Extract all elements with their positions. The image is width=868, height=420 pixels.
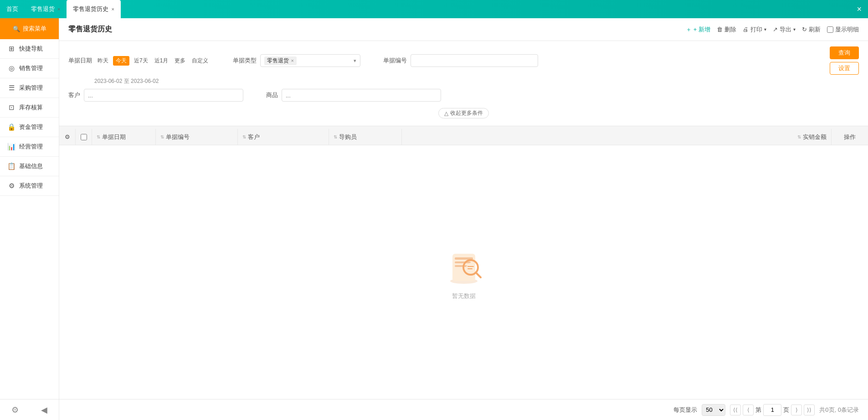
show-detail-checkbox[interactable]	[827, 26, 833, 33]
settings-bottom-icon[interactable]: ⚙	[11, 405, 19, 415]
prev-page-button[interactable]: ⟨	[743, 405, 754, 415]
customer-sort-icon[interactable]: ⇅	[242, 134, 246, 139]
doc-no-filter: 单据编号	[383, 54, 538, 67]
date-btn-1month[interactable]: 近1月	[153, 56, 170, 65]
page-label: 第	[755, 406, 761, 414]
doc-type-tag: 零售退货 ×	[264, 56, 296, 65]
collapse-button[interactable]: △ 收起更多条件	[438, 108, 489, 118]
th-amount: ⇅ 实销金额	[402, 129, 832, 145]
date-btn-today[interactable]: 今天	[113, 56, 129, 66]
export-icon: ↗	[773, 26, 778, 33]
top-bar-right: ×	[857, 5, 868, 14]
doc-type-filter: 单据类型 零售退货 × ▾	[233, 54, 360, 67]
delete-label: 删除	[724, 26, 736, 34]
page-unit: 页	[783, 406, 789, 414]
print-icon: 🖨	[743, 26, 749, 33]
next-page-button[interactable]: ⟩	[791, 405, 802, 415]
th-customer-label: 客户	[248, 133, 260, 141]
guide-sort-icon[interactable]: ⇅	[334, 134, 337, 139]
filter-settings-button[interactable]: 设置	[830, 62, 859, 75]
th-date-label: 单据日期	[102, 133, 126, 141]
tab-home[interactable]: 首页	[0, 0, 25, 18]
customer-input[interactable]	[84, 89, 243, 102]
tab-retail-return-close[interactable]: ×	[57, 6, 60, 12]
page-number-input[interactable]	[763, 404, 781, 416]
sidebar-bottom: ⚙ ◀	[0, 399, 59, 420]
tab-retail-return-label: 零售退货	[31, 5, 55, 13]
svg-rect-3	[455, 261, 471, 263]
search-icon: 🔍	[13, 26, 20, 32]
th-gear[interactable]: ⚙	[59, 129, 76, 145]
sidebar-item-sales-mgmt[interactable]: ◎ 销售管理	[0, 59, 59, 78]
doc-type-tag-close[interactable]: ×	[291, 58, 293, 63]
goods-label: 商品	[266, 91, 278, 99]
sidebar-item-finance-label: 资金管理	[19, 123, 43, 131]
tab-home-label: 首页	[6, 5, 18, 13]
new-button[interactable]: ＋ + 新增	[686, 26, 710, 34]
order-sort-icon[interactable]: ⇅	[160, 134, 164, 139]
sidebar-item-operations-mgmt[interactable]: 📊 经营管理	[0, 137, 59, 157]
doc-no-label: 单据编号	[383, 56, 407, 65]
export-chevron-icon: ▾	[793, 27, 796, 32]
amount-sort-icon[interactable]: ⇅	[797, 134, 801, 139]
per-page-select[interactable]: 10 20 50 100	[702, 404, 725, 416]
date-range-text: 2023-06-02 至 2023-06-02	[94, 78, 159, 84]
date-filter: 单据日期 昨天 今天 近7天 近1月 更多 自定义	[68, 56, 210, 66]
collapse-sidebar-icon[interactable]: ◀	[41, 405, 47, 415]
goods-filter: 商品	[266, 89, 441, 102]
date-btn-more[interactable]: 更多	[173, 56, 187, 65]
purchase-icon: ☰	[7, 84, 15, 92]
th-checkbox[interactable]	[76, 129, 92, 145]
date-btn-custom[interactable]: 自定义	[190, 56, 210, 65]
sales-icon: ◎	[7, 64, 15, 72]
close-window-icon[interactable]: ×	[857, 5, 862, 14]
th-order-no-label: 单据编号	[166, 133, 190, 141]
refresh-label: 刷新	[809, 26, 821, 34]
query-button[interactable]: 查询	[830, 46, 859, 59]
last-page-button[interactable]: ⟩⟩	[804, 405, 815, 415]
customer-filter: 客户	[68, 89, 243, 102]
collapse-label: 收起更多条件	[450, 109, 483, 117]
th-amount-label: 实销金额	[803, 133, 827, 141]
print-button[interactable]: 🖨 打印 ▾	[743, 26, 766, 34]
toolbar: ＋ + 新增 🗑 删除 🖨 打印 ▾ ↗ 导出 ▾	[686, 26, 859, 34]
goods-input[interactable]	[282, 89, 441, 102]
th-operation-label: 操作	[844, 133, 856, 141]
sidebar-item-system-label: 系统管理	[19, 182, 43, 190]
empty-state: 暂无数据	[59, 145, 868, 399]
date-btn-7days[interactable]: 近7天	[132, 56, 150, 65]
sidebar-item-system-mgmt[interactable]: ⚙ 系统管理	[0, 176, 59, 196]
doc-type-selector[interactable]: 零售退货 × ▾	[260, 54, 360, 67]
empty-icon	[441, 245, 487, 286]
basic-info-icon: 📋	[7, 162, 15, 170]
doc-type-value: 零售退货	[267, 57, 289, 65]
top-bar: 首页 零售退货 × 零售退货历史 × ×	[0, 0, 868, 18]
sidebar-item-quick-nav[interactable]: ⊞ 快捷导航	[0, 39, 59, 59]
first-page-button[interactable]: ⟨⟨	[730, 405, 741, 415]
tab-retail-return-history[interactable]: 零售退货历史 ×	[67, 0, 120, 18]
refresh-button[interactable]: ↻ 刷新	[802, 26, 821, 34]
operations-icon: 📊	[7, 143, 15, 151]
filter-area: 单据日期 昨天 今天 近7天 近1月 更多 自定义 单据类型	[59, 41, 868, 126]
tab-retail-return-history-close[interactable]: ×	[111, 6, 114, 12]
page-header: 零售退货历史 ＋ + 新增 🗑 删除 🖨 打印 ▾ ↗ 导出	[59, 18, 868, 41]
tab-retail-return[interactable]: 零售退货 ×	[25, 0, 67, 18]
inventory-icon: ⊡	[7, 103, 15, 112]
table-settings-icon: ⚙	[65, 133, 70, 140]
sidebar-item-purchase-mgmt[interactable]: ☰ 采购管理	[0, 78, 59, 98]
date-filter-label: 单据日期	[68, 56, 92, 65]
new-label: + 新增	[693, 26, 710, 34]
search-menu[interactable]: 🔍 搜索菜单	[0, 18, 59, 39]
date-btn-yesterday[interactable]: 昨天	[96, 56, 110, 65]
export-button[interactable]: ↗ 导出 ▾	[773, 26, 796, 34]
sidebar-item-inventory[interactable]: ⊡ 库存核算	[0, 98, 59, 118]
show-detail-toggle[interactable]: 显示明细	[827, 26, 859, 34]
sidebar-item-finance-mgmt[interactable]: 🔒 资金管理	[0, 118, 59, 137]
select-all-checkbox[interactable]	[81, 134, 87, 140]
delete-button[interactable]: 🗑 删除	[717, 26, 736, 34]
sidebar-item-basic-info[interactable]: 📋 基础信息	[0, 157, 59, 176]
doc-no-input[interactable]	[411, 54, 538, 67]
date-sort-icon[interactable]: ⇅	[97, 134, 100, 139]
add-icon: ＋	[686, 26, 692, 34]
th-guide: ⇅ 导购员	[329, 129, 402, 145]
